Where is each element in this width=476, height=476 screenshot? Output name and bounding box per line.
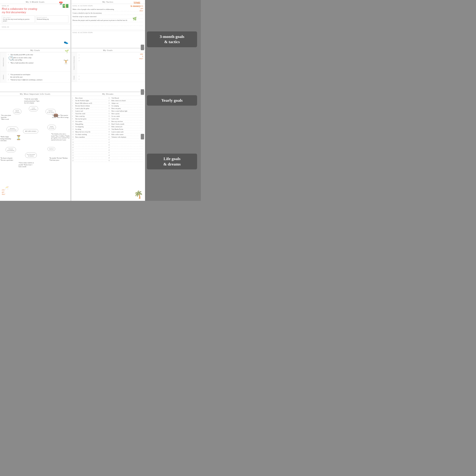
dream-item: 6Learn to surf (72, 110, 107, 113)
dream-text: Buy a house (75, 97, 83, 99)
right-labels-container: 3-month goals& tactics Yearly goals Life… (145, 0, 199, 201)
dream-item: 34Catch a fish (108, 118, 144, 120)
health-goal-1-text: *Eat healthy food 80% of the time (10, 53, 33, 56)
business-goal-1: 1 *Get promoted at work beforethe end of… (8, 73, 69, 78)
dream-num: 3 (72, 102, 75, 104)
dream-item: 40Ride a roller coaster (108, 133, 144, 136)
reward-text: Weekend hiking trip (37, 18, 68, 20)
dream-num: 11 (72, 123, 75, 125)
health-goal-1-num: 1 (8, 54, 10, 55)
dream-item: 4Become fluent in Italian (72, 105, 107, 107)
dream-item: 21 (72, 149, 107, 152)
leaf-icon: 🌿 (133, 17, 137, 21)
dream-item: 35Brew my own beer (108, 120, 144, 123)
dream-num: 24 (72, 157, 75, 159)
dream-num: 40 (108, 134, 111, 135)
fr-goal-2-num: 2 (79, 78, 81, 80)
goal2-section: GOAL #2 (0, 25, 70, 30)
romance-goal-3: 3 (79, 60, 144, 62)
dream-num: 10 (72, 121, 75, 122)
mindmap-personal-node: PersonalDevelopment (6, 147, 16, 152)
dream-item: 5Learn to play the guitar (72, 107, 107, 110)
dream-item: 36Read 1 book a month (108, 123, 144, 125)
dream-text: Go stargazing (75, 126, 84, 128)
dream-item: 8Take a road trip (72, 115, 107, 118)
friends-goal-1: 1 (79, 75, 144, 78)
mindmap-family-node: Family& Friends (47, 125, 56, 130)
life-goals-title: My Most Important Life Goals (0, 92, 70, 96)
mindmap-center-node: MY LIFE GOALS (23, 129, 38, 134)
dreams-page: My Dreams TIMEis money 1Buy a house2See … (71, 92, 145, 201)
dream-item: 10Get a tattoo (72, 120, 107, 123)
dreams-title: My Dreams (71, 92, 145, 96)
dream-text: Reach 100k followers on IG (75, 102, 92, 104)
palm-tree-icon: 🌴 (134, 190, 143, 199)
rom-goal-2-num: 2 (79, 57, 81, 59)
dream-num: 27 (108, 100, 111, 102)
dream-num: 45 (108, 147, 111, 148)
why-label: Why I want it? (3, 17, 34, 18)
health-goal-3-text: *Run a half-marathon this summer (10, 62, 34, 64)
friends-goals-content: 1 2 (77, 74, 145, 82)
mindmap-area: MY LIFE GOALS Health& Fitness Career& Bu… (0, 96, 70, 201)
goal1-section: GOAL #1 Find a collaborator for creating… (0, 4, 70, 24)
health-goal-3-num: 3 (8, 62, 10, 64)
dream-text: Run a marathon (75, 136, 85, 138)
mindmap-fun-node: Fun, Recreation& Hobbies (25, 153, 37, 158)
reward-item: Reward if achieved Weekend hiking trip 👟 (36, 16, 68, 23)
money-icon: 💵 (62, 3, 69, 9)
wine-icon: 🥂 (5, 186, 9, 190)
flower-icon: ❀ (1, 6, 4, 10)
dream-num: 38 (108, 128, 111, 130)
dream-item: 23 (72, 154, 107, 157)
friends-goal-2: 2 (79, 78, 144, 81)
goal1-label: GOAL #1 (2, 5, 68, 7)
dreams-col-2: 26Visit Hawaii27Ride a horse on a beach2… (108, 97, 144, 200)
middle-section: My Goals Health & Fitness 🕐 1 *Eat healt… (0, 48, 145, 92)
dream-item: 45 (108, 146, 144, 149)
dream-num: 39 (108, 131, 111, 133)
plant-icon: 🌱 (65, 49, 69, 53)
dream-item: 49 (108, 157, 144, 159)
hourglass-icon: ⏳ (16, 135, 21, 140)
dream-item: 25 (72, 159, 107, 162)
dream-text: Get a tattoo (75, 121, 82, 122)
life-goals-page: My Most Important Life Goals MY LIFE GOA… (0, 92, 71, 201)
biz-goal-1-num: 1 (8, 74, 10, 75)
dream-item: 47 (108, 152, 144, 154)
romance-row: Romance & Relationships 1 2 3 (71, 52, 145, 74)
dream-num: 37 (108, 126, 111, 128)
dream-item: 27Ride a horse on a beach (108, 100, 144, 102)
health-fitness-row: Health & Fitness 🕐 1 *Eat healthy food 8… (0, 52, 70, 72)
notebook: My 3-Month Goals GOAL #1 Find a collabor… (0, 0, 145, 201)
dreams-list: 1Buy a house2See the Northern lights3Rea… (71, 96, 145, 201)
yearly-goals-title-left: My Goals (0, 48, 70, 52)
dream-num: 20 (72, 147, 75, 148)
dream-num: 36 (108, 123, 111, 125)
dream-num: 14 (72, 131, 75, 133)
dream-text: Read 1 book a month (112, 123, 124, 125)
dream-text: Go camping (112, 105, 119, 107)
dream-text: Have a picnic (112, 113, 120, 115)
weights-icon: 🏋️ (63, 60, 68, 64)
goal1-sub-grid: Why I want it? It is the first step towa… (2, 16, 68, 23)
dream-num: 47 (108, 152, 111, 153)
dream-item: 3Reach 100k followers on IG (72, 102, 107, 105)
action-step-5 (72, 22, 143, 26)
dream-num: 2 (72, 100, 75, 102)
label-yearly-goals: Yearly goals (147, 95, 197, 106)
rom-goal-3-text (81, 60, 81, 62)
business-row: Business 🌱 1 *Get promoted at work befor… (0, 72, 70, 83)
health-fitness-label: Health & Fitness (0, 52, 6, 72)
mindmap-career-node: Career& Business (29, 106, 38, 111)
dream-text: Go whale watching (75, 134, 87, 135)
dream-item: 28Adopt a cat (108, 102, 144, 105)
tactics-content: GOAL #1 ACTION STEPS yougotthis! Make a … (71, 4, 145, 31)
goal2-label: GOAL #2 (2, 26, 68, 28)
dream-item: 17 (72, 138, 107, 141)
dream-text: Go skiing (75, 128, 81, 130)
dream-num: 19 (72, 144, 75, 146)
label-3month-goals: 3-month goals& tactics (147, 32, 197, 47)
romance-goal-1: 1 (79, 54, 144, 56)
biz-goal-1-text: *Get promoted at work beforethe end of t… (10, 73, 30, 78)
